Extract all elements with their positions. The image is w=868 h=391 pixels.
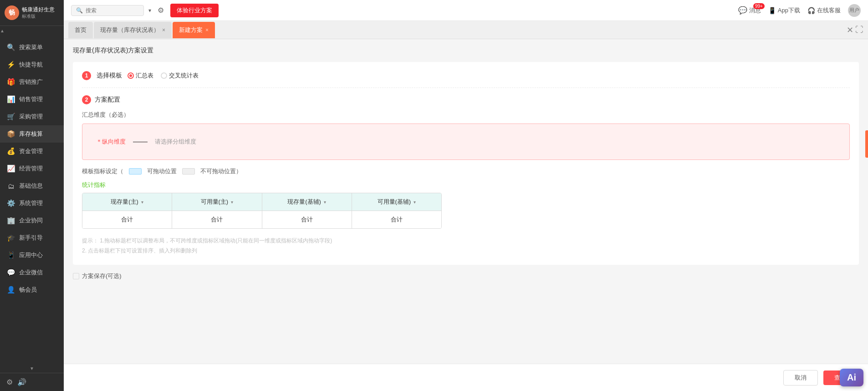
cancel-button[interactable]: 取消 [783,370,818,386]
radio-summary-dot [128,72,134,79]
search-icon: 🔍 [76,7,83,14]
stat-body-2-label: 合计 [211,216,223,224]
expand-panel-button[interactable]: ⛶ [855,25,863,35]
tip-2: 2. 点击标题栏下拉可设置排序、插入列和删除列 [82,246,850,256]
finance-icon: 💰 [6,147,15,155]
sidebar-item-enterprise[interactable]: 🏢 企业协同 [0,212,64,229]
search-icon: 🔍 [6,43,15,51]
close-panel-button[interactable]: ✕ [847,25,853,35]
sidebar-item-system[interactable]: ⚙️ 系统管理 [0,195,64,212]
step1-row: 1 选择模板 汇总表 交叉统计表 [82,71,850,80]
app-download-label: App下载 [778,6,800,15]
stat-body-4-label: 合计 [391,216,403,224]
sidebar-item-member[interactable]: 👤 畅会员 [0,281,64,298]
step2-badge: 2 [82,95,91,104]
stat-col-2-dropdown-icon[interactable]: ▾ [231,200,233,205]
quick-nav-icon: ⚡ [6,61,15,69]
app-download-button[interactable]: 📱 App下载 [768,6,800,15]
stat-body-col-3: 合计 [262,211,352,228]
settings-icon[interactable]: ⚙ [6,378,13,386]
stat-col-4[interactable]: 可用量(基辅) ▾ [352,193,441,211]
sidebar-item-label: 企业协同 [19,216,43,225]
sidebar-item-ops[interactable]: 📈 经营管理 [0,160,64,177]
sales-icon: 📊 [6,95,15,103]
tab-new-plan[interactable]: 新建方案 × [173,22,215,38]
guide-icon: 🎓 [6,234,15,242]
enterprise-icon: 🏢 [6,216,15,225]
stat-col-2[interactable]: 可用量(主) ▾ [172,193,262,211]
sidebar-item-appcenter[interactable]: 📱 应用中心 [0,247,64,264]
save-option-row: 方案保存(可选) [73,272,859,280]
stat-col-1-dropdown-icon[interactable]: ▾ [141,200,143,205]
step-divider [82,87,850,88]
tab-new-plan-close-icon[interactable]: × [205,27,209,33]
tab-inventory-status[interactable]: 现存量（库存状况表） × [94,22,172,38]
sidebar-item-purchase[interactable]: 🛒 采购管理 [0,108,64,125]
bottom-bar: 取消 查询 [64,364,868,391]
speaker-icon[interactable]: 🔊 [17,378,26,386]
sidebar-item-sales[interactable]: 📊 销售管理 [0,91,64,108]
movable-label: 可拖动位置 [147,167,177,175]
template-radio-group: 汇总表 交叉统计表 [128,72,199,80]
save-checkbox[interactable] [73,273,79,279]
sidebar-item-basic[interactable]: 🗂 基础信息 [0,177,64,195]
sidebar-item-label: 库存核算 [19,130,43,138]
message-icon: 💬 [738,6,747,15]
stat-col-4-dropdown-icon[interactable]: ▾ [414,200,416,205]
stat-col-1-label: 现存量(主) [111,198,138,206]
sidebar-item-search-menu[interactable]: 🔍 搜索菜单 [0,39,64,56]
sidebar-item-label: 基础信息 [19,182,43,190]
radio-summary-label: 汇总表 [136,72,153,80]
message-badge: 99+ [753,3,765,9]
stat-col-1[interactable]: 现存量(主) ▾ [82,193,172,211]
wechat-icon: 💬 [6,268,15,277]
resize-handle[interactable] [865,130,868,158]
sidebar-logo: 畅 畅康通好生意 标准版 [0,0,64,26]
radio-summary[interactable]: 汇总表 [128,72,153,80]
tab-inventory-close-icon[interactable]: × [162,27,165,33]
sidebar-item-label: 快捷导航 [19,61,43,69]
stat-body-col-1: 合计 [82,211,172,228]
stat-col-4-label: 可用量(基辅) [378,198,411,206]
sidebar-item-quick-nav[interactable]: ⚡ 快捷导航 [0,56,64,73]
search-box[interactable]: 🔍 [71,5,144,16]
page-title: 现存量(库存状况表)方案设置 [73,46,859,55]
sidebar-nav: 🔍 搜索菜单 ⚡ 快捷导航 🎁 营销推广 📊 销售管理 🛒 采购管理 📦 库存核… [0,35,64,364]
sidebar-item-label: 系统管理 [19,199,43,207]
statistics-table: 现存量(主) ▾ 可用量(主) ▾ 现存量(基辅) ▾ 可用量(基辅) ▾ [82,193,442,229]
settings-gear-icon[interactable]: ⚙ [158,6,164,15]
trial-button[interactable]: 体验行业方案 [170,4,219,17]
stat-col-3[interactable]: 现存量(基辅) ▾ [262,193,352,211]
movable-indicator [129,168,142,175]
fixed-indicator [182,168,195,175]
search-dropdown[interactable]: ▾ [148,7,151,14]
stat-col-3-dropdown-icon[interactable]: ▾ [324,200,326,205]
radio-cross[interactable]: 交叉统计表 [161,72,199,80]
headset-icon: 🎧 [807,7,815,14]
sidebar-item-wechat[interactable]: 💬 企业微信 [0,264,64,281]
message-button[interactable]: 💬 消息 99+ [738,6,761,15]
tab-home[interactable]: 首页 [68,22,93,38]
online-service-button[interactable]: 🎧 在线客服 [807,6,841,15]
stat-table-header: 现存量(主) ▾ 可用量(主) ▾ 现存量(基辅) ▾ 可用量(基辅) ▾ [82,193,441,211]
member-icon: 👤 [6,286,15,294]
topbar: 🔍 ▾ ⚙ 体验行业方案 💬 消息 99+ 📱 App下载 🎧 在线客服 用户 [64,0,868,21]
sidebar-scroll-down[interactable]: ▼ [0,364,64,373]
stat-body-3-label: 合计 [301,216,313,224]
dimension-area[interactable]: ＊纵向维度 —— 请选择分组维度 [82,123,850,160]
sidebar-item-marketing[interactable]: 🎁 营销推广 [0,73,64,91]
user-avatar[interactable]: 用户 [848,4,861,17]
sidebar-scroll-up[interactable]: ▲ [0,26,5,35]
ai-badge[interactable]: Ai [840,369,863,386]
sidebar-item-label: 企业微信 [19,268,43,277]
sidebar-item-inventory[interactable]: 📦 库存核算 [0,125,64,143]
search-input[interactable] [86,7,136,14]
stat-body-1-label: 合计 [121,216,133,224]
stat-body-col-4: 合计 [352,211,441,228]
stat-body-col-2: 合计 [172,211,262,228]
fixed-label: 不可拖动位置） [200,167,242,175]
sidebar-item-label: 畅会员 [19,286,37,294]
sidebar-item-guide[interactable]: 🎓 新手引导 [0,229,64,247]
tab-home-label: 首页 [75,26,87,34]
sidebar-item-finance[interactable]: 💰 资金管理 [0,143,64,160]
